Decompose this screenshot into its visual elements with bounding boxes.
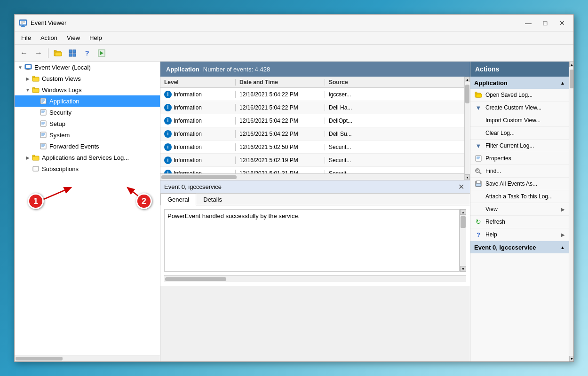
info-icon-1: i: [164, 104, 172, 111]
menu-action[interactable]: Action: [36, 32, 62, 43]
grid-button[interactable]: [66, 47, 79, 59]
action-help[interactable]: ? Help ▶: [470, 228, 569, 241]
datetime-0: 12/16/2021 5:04:22 PM: [236, 91, 325, 98]
info-icon-3: i: [164, 130, 172, 138]
action-label-find: Find...: [485, 168, 565, 174]
info-icon-0: i: [164, 91, 172, 98]
log-row-5[interactable]: iInformation 12/16/2021 5:02:19 PM Secur…: [160, 154, 464, 167]
tree-label-event-viewer: Event Viewer (Local): [34, 64, 91, 71]
actions-section-application[interactable]: Application ▲: [470, 77, 569, 89]
log-row-3[interactable]: iInformation 12/16/2021 5:04:22 PM Dell …: [160, 127, 464, 141]
menu-file[interactable]: File: [16, 32, 36, 43]
left-scroll-thumb[interactable]: [16, 357, 63, 360]
event-message: PowerEvent handled successfully by the s…: [167, 212, 300, 219]
log-icon-fwd: [39, 142, 48, 150]
folder-icon-as: [32, 153, 40, 162]
action-save-all-events[interactable]: Save All Events As...: [470, 178, 569, 190]
properties-icon: [474, 154, 483, 163]
right-scroll-up[interactable]: ▲: [569, 62, 573, 67]
action-properties[interactable]: Properties: [470, 152, 569, 165]
event-vscroll[interactable]: ▲ ▼: [460, 209, 466, 272]
close-button[interactable]: ✕: [555, 16, 570, 30]
log-row-1[interactable]: iInformation 12/16/2021 5:04:22 PM Dell …: [160, 101, 464, 114]
log-icon-setup: [39, 119, 48, 128]
tree-apps-services[interactable]: ▶ Applications and Services Log...: [15, 152, 160, 163]
svg-rect-10: [69, 50, 72, 53]
scroll-down-btn[interactable]: ▼: [465, 174, 470, 180]
level-3: iInformation: [160, 130, 236, 138]
help-toolbar-button[interactable]: ?: [80, 47, 94, 59]
action-import-custom-view[interactable]: Import Custom View...: [470, 114, 569, 127]
menu-view[interactable]: View: [62, 32, 85, 43]
action-create-custom-view[interactable]: ▼ Create Custom View...: [470, 102, 569, 114]
action-clear-log[interactable]: Clear Log...: [470, 127, 569, 140]
tree-windows-logs[interactable]: ▼ Windows Logs: [15, 84, 160, 95]
tree-forwarded-events[interactable]: Forwarded Events: [15, 141, 160, 152]
info-icon-4: i: [164, 143, 172, 151]
right-scroll-down[interactable]: ▼: [569, 356, 573, 361]
source-5: Securit...: [325, 157, 464, 164]
menu-help[interactable]: Help: [85, 32, 107, 43]
expand-icon-subs: [24, 165, 32, 172]
tree-security[interactable]: Security: [15, 107, 160, 118]
tree-application[interactable]: Application: [15, 95, 160, 107]
action-attach-task[interactable]: Attach a Task To this Log...: [470, 190, 569, 203]
log-row-2[interactable]: iInformation 12/16/2021 5:04:22 PM DellO…: [160, 114, 464, 127]
level-4: iInformation: [160, 143, 236, 151]
event-viewer-window: Event Viewer — □ ✕ File Action View Help…: [14, 14, 574, 362]
svg-rect-23: [32, 87, 35, 89]
tree-setup[interactable]: Setup: [15, 118, 160, 129]
log-row-6[interactable]: iInformation 12/16/2021 5:01:31 PM Secur…: [160, 167, 464, 173]
action-refresh[interactable]: ↻ Refresh: [470, 216, 569, 228]
maximize-button[interactable]: □: [538, 16, 553, 30]
left-hscroll[interactable]: [15, 355, 160, 361]
svg-rect-8: [54, 50, 56, 52]
right-scroll-thumb[interactable]: [570, 70, 573, 88]
tab-details[interactable]: Details: [196, 194, 229, 205]
event-scroll-thumb[interactable]: [461, 216, 466, 228]
action-find[interactable]: Find...: [470, 165, 569, 178]
event-scroll-up[interactable]: ▲: [460, 209, 466, 215]
play-button[interactable]: [95, 47, 108, 59]
scroll-thumb[interactable]: [465, 85, 469, 103]
action-label-properties: Properties: [485, 155, 565, 162]
action-view[interactable]: View ▶: [470, 203, 569, 216]
svg-rect-17: [26, 65, 31, 68]
action-open-saved-log[interactable]: Open Saved Log...: [470, 89, 569, 102]
log-icon-sec: [39, 108, 48, 117]
datetime-3: 12/16/2021 5:04:22 PM: [236, 131, 325, 137]
back-button[interactable]: ←: [17, 47, 31, 59]
tree-custom-views[interactable]: ▶ Custom Views: [15, 73, 160, 84]
log-row-4[interactable]: iInformation 12/16/2021 5:02:50 PM Secur…: [160, 141, 464, 154]
event-text-content: PowerEvent handled successfully by the s…: [164, 209, 460, 272]
event-hscroll-thumb[interactable]: [165, 277, 226, 281]
actions-section-event[interactable]: Event 0, igcccservice ▲: [470, 241, 569, 253]
tree-subscriptions[interactable]: Subscriptions: [15, 163, 160, 174]
tree-system[interactable]: System: [15, 129, 160, 141]
log-hscroll[interactable]: [160, 173, 464, 180]
minimize-button[interactable]: —: [521, 16, 536, 30]
event-detail-close-button[interactable]: ✕: [456, 182, 466, 191]
event-hscroll[interactable]: [164, 275, 466, 282]
tree-label-security: Security: [49, 109, 72, 116]
open-saved-log-icon: [474, 91, 483, 99]
expand-icon-fwd: [32, 142, 39, 150]
event-scroll-down[interactable]: ▼: [460, 266, 466, 272]
scroll-up-btn[interactable]: ▲: [465, 77, 470, 82]
log-row-0[interactable]: iInformation 12/16/2021 5:04:22 PM igccs…: [160, 88, 464, 101]
expand-icon-sys: [32, 131, 39, 139]
title-bar: Event Viewer — □ ✕: [15, 15, 573, 31]
section-arrow-up: ▲: [560, 80, 565, 86]
tab-general[interactable]: General: [160, 194, 196, 205]
app-icon: [18, 18, 28, 28]
level-6: iInformation: [160, 170, 236, 174]
log-vscroll[interactable]: ▲ ▼: [464, 77, 470, 180]
forward-button[interactable]: →: [32, 47, 45, 59]
action-filter-log[interactable]: ▼ Filter Current Log...: [470, 140, 569, 152]
open-folder-button[interactable]: [51, 47, 64, 59]
right-vscroll[interactable]: ▲ ▼: [569, 62, 573, 361]
svg-rect-29: [40, 110, 46, 115]
tree-label-forwarded: Forwarded Events: [49, 143, 99, 150]
tree-event-viewer-local[interactable]: ▼ Event Viewer (Local): [15, 62, 160, 73]
log-scroll-thumb[interactable]: [161, 175, 237, 179]
